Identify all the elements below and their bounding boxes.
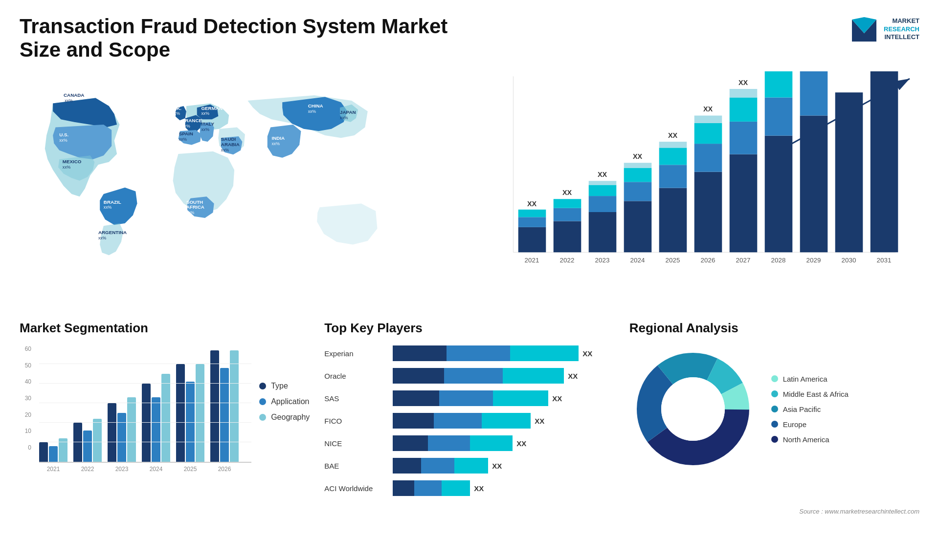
svg-text:CHINA: CHINA	[308, 103, 323, 108]
world-map-svg: CANADA xx% U.S. xx% MEXICO xx% BRAZIL xx…	[20, 71, 460, 306]
seg-group-2023	[108, 397, 136, 462]
svg-text:2026: 2026	[701, 257, 715, 264]
player-name-aci: ACI Worldwide	[324, 484, 388, 493]
bar-chart-section: XX 2021 XX 2022 XX 2023	[479, 71, 919, 306]
svg-text:INDIA: INDIA	[271, 135, 285, 141]
main-grid: CANADA xx% U.S. xx% MEXICO xx% BRAZIL xx…	[20, 71, 919, 503]
source-text: Source : www.marketresearchintellect.com	[20, 508, 919, 515]
svg-rect-63	[659, 142, 687, 148]
svg-text:BRAZIL: BRAZIL	[104, 199, 121, 205]
svg-rect-84	[800, 71, 828, 116]
svg-text:ARABIA: ARABIA	[221, 142, 240, 147]
segmentation-body: 0 10 20 30 40 50 60	[20, 345, 310, 473]
svg-rect-66	[694, 172, 722, 253]
svg-text:2022: 2022	[560, 257, 575, 264]
svg-rect-60	[659, 188, 687, 253]
svg-text:2023: 2023	[595, 257, 610, 264]
svg-text:XX: XX	[527, 200, 537, 208]
svg-rect-72	[730, 154, 758, 253]
svg-text:2031: 2031	[877, 257, 892, 264]
header: Transaction Fraud Detection System Marke…	[20, 15, 919, 62]
donut-legend: Latin America Middle East & Africa Asia …	[771, 375, 849, 444]
seg-bar-geo	[59, 438, 67, 462]
legend-dot-north-america	[771, 436, 778, 443]
player-value-oracle: XX	[568, 372, 578, 380]
svg-text:2027: 2027	[736, 257, 751, 264]
svg-text:XX: XX	[562, 189, 572, 196]
svg-point-98	[661, 377, 725, 441]
legend-label-application: Application	[271, 397, 309, 406]
svg-text:AFRICA: AFRICA	[186, 204, 204, 210]
legend-label-geography: Geography	[271, 413, 310, 422]
player-bar-bae: XX	[393, 458, 614, 474]
legend-asia-pacific: Asia Pacific	[771, 405, 849, 413]
segmentation-section: Market Segmentation 0 10 20 30 40 50 60	[20, 321, 310, 503]
seg-group-2024	[142, 374, 170, 462]
bar-chart-svg: XX 2021 XX 2022 XX 2023	[479, 71, 919, 282]
svg-text:MEXICO: MEXICO	[63, 159, 82, 164]
donut-chart-svg	[629, 345, 757, 473]
legend-latin-america: Latin America	[771, 375, 849, 383]
svg-rect-74	[730, 97, 758, 121]
player-name-oracle: Oracle	[324, 372, 388, 380]
player-value-bae: XX	[492, 462, 502, 470]
svg-rect-62	[659, 148, 687, 165]
player-bar-fico: XX	[393, 413, 614, 429]
svg-text:xx%: xx%	[98, 236, 107, 240]
svg-text:FRANCE: FRANCE	[182, 118, 202, 123]
logo-area: MARKET RESEARCH INTELLECT	[850, 15, 919, 44]
svg-rect-78	[765, 136, 793, 253]
svg-text:xx%: xx%	[340, 115, 348, 120]
svg-text:ARGENTINA: ARGENTINA	[98, 230, 127, 235]
svg-rect-61	[659, 165, 687, 188]
player-name-bae: BAE	[324, 462, 388, 470]
legend-dot-geography	[259, 414, 266, 421]
player-row-aci: ACI Worldwide XX	[324, 480, 614, 496]
player-value-fico: XX	[535, 417, 544, 425]
regional-section: Regional Analysis	[629, 321, 919, 503]
player-bar-oracle: XX	[393, 368, 614, 384]
svg-rect-73	[730, 122, 758, 154]
logo-icon	[850, 15, 879, 44]
svg-text:U.S.: U.S.	[59, 132, 68, 137]
regional-title: Regional Analysis	[629, 321, 919, 336]
svg-text:JAPAN: JAPAN	[340, 109, 356, 115]
svg-text:xx%: xx%	[221, 148, 229, 152]
svg-rect-39	[518, 217, 546, 227]
player-bar-sas: XX	[393, 390, 614, 406]
svg-text:SAUDI: SAUDI	[221, 136, 236, 142]
player-bar-aci: XX	[393, 480, 614, 496]
svg-text:xx%: xx%	[201, 127, 209, 132]
svg-text:SOUTH: SOUTH	[186, 199, 203, 205]
svg-text:GERMANY: GERMANY	[201, 106, 226, 111]
svg-text:2028: 2028	[771, 257, 786, 264]
map-container: CANADA xx% U.S. xx% MEXICO xx% BRAZIL xx…	[20, 71, 460, 306]
player-name-nice: NICE	[324, 439, 388, 448]
svg-text:U.K.: U.K.	[172, 106, 181, 111]
seg-y-axis: 0 10 20 30 40 50 60	[20, 345, 31, 463]
svg-text:xx%: xx%	[186, 210, 195, 215]
legend-dot-europe	[771, 421, 778, 428]
svg-text:XX: XX	[598, 171, 607, 178]
player-row-bae: BAE XX	[324, 458, 614, 474]
segmentation-title: Market Segmentation	[20, 321, 310, 336]
svg-text:xx%: xx%	[182, 124, 190, 129]
svg-text:XX: XX	[738, 79, 748, 86]
svg-rect-54	[624, 201, 652, 252]
legend-label-latin-america: Latin America	[783, 375, 827, 383]
svg-rect-87	[835, 92, 863, 252]
svg-rect-75	[730, 89, 758, 97]
svg-rect-56	[624, 168, 652, 182]
svg-text:XX: XX	[668, 131, 678, 139]
logo-text: MARKET RESEARCH INTELLECT	[884, 17, 919, 42]
player-bar-experian: XX	[393, 345, 614, 361]
seg-x-labels: 2021 2022 2023 2024 2025 2026	[39, 466, 251, 473]
bottom-row: Market Segmentation 0 10 20 30 40 50 60	[20, 321, 919, 503]
legend-label-north-america: North America	[783, 435, 829, 444]
legend-type: Type	[259, 382, 310, 390]
player-name-sas: SAS	[324, 394, 388, 403]
player-value-sas: XX	[552, 394, 562, 403]
svg-text:2024: 2024	[630, 257, 645, 264]
seg-group-2026	[210, 350, 239, 462]
page-title: Transaction Fraud Detection System Marke…	[20, 15, 460, 62]
